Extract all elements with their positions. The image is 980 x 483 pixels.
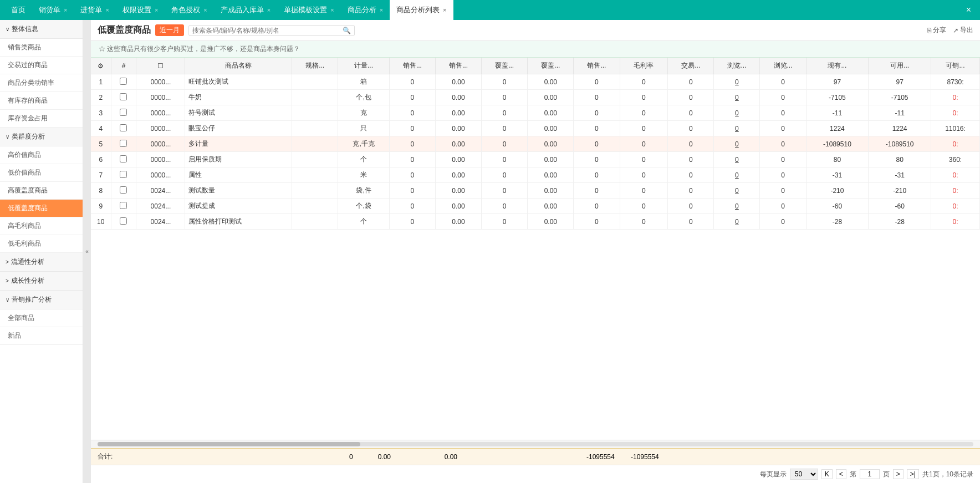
row-checkbox[interactable] <box>111 167 136 183</box>
browse1-link[interactable]: 0 <box>735 125 739 133</box>
first-page-button[interactable]: K <box>821 469 833 479</box>
nav-item-首页[interactable]: 首页 <box>4 0 32 20</box>
nav-close-icon[interactable]: × <box>380 0 383 20</box>
col-header-14[interactable]: 浏览... <box>760 58 806 74</box>
col-header-6[interactable]: 销售... <box>389 58 435 74</box>
col-header-0[interactable]: ⚙ <box>91 58 111 74</box>
sidebar-item-库存资金占用[interactable]: 库存资金占用 <box>0 110 83 128</box>
nav-item-商品分析[interactable]: 商品分析× <box>341 0 390 20</box>
browse1-link[interactable]: 0 <box>735 171 739 179</box>
nav-item-商品分析列表[interactable]: 商品分析列表× <box>390 0 453 20</box>
row-select-checkbox[interactable] <box>120 155 127 162</box>
nav-close-icon[interactable]: × <box>267 0 270 20</box>
col-header-9[interactable]: 覆盖... <box>528 58 574 74</box>
browse1-link[interactable]: 0 <box>735 202 739 210</box>
sidebar-item-高覆盖度商品[interactable]: 高覆盖度商品 <box>0 182 83 200</box>
nav-close-icon[interactable]: × <box>64 0 67 20</box>
col-header-4[interactable]: 规格... <box>292 58 338 74</box>
col-header-7[interactable]: 销售... <box>435 58 481 74</box>
browse1-link[interactable]: 0 <box>735 140 739 148</box>
row-select-checkbox[interactable] <box>120 140 127 147</box>
search-icon[interactable]: 🔍 <box>343 27 351 34</box>
sidebar-item-商品分类动销率[interactable]: 商品分类动销率 <box>0 74 83 92</box>
nav-item-角色授权[interactable]: 角色授权× <box>165 0 213 20</box>
sidebar-item-低毛利商品[interactable]: 低毛利商品 <box>0 235 83 253</box>
row-checkbox[interactable] <box>111 214 136 230</box>
browse1-link[interactable]: 0 <box>735 78 739 86</box>
window-close-button[interactable]: × <box>962 5 976 15</box>
col-header-17[interactable]: 可销... <box>931 58 979 74</box>
sidebar-section-流通性分析[interactable]: >流通性分析 <box>0 253 83 272</box>
row-checkbox[interactable] <box>111 136 136 152</box>
row-select-checkbox[interactable] <box>120 186 127 194</box>
sidebar-section-类群度分析[interactable]: ∨类群度分析 <box>0 128 83 146</box>
data-table-container[interactable]: ⚙#☐商品名称规格...计量...销售...销售...覆盖...覆盖...销售.… <box>91 58 980 440</box>
sidebar-section-营销推广分析[interactable]: ∨营销推广分析 <box>0 291 83 309</box>
sidebar-item-销售类商品[interactable]: 销售类商品 <box>0 39 83 57</box>
col-header-10[interactable]: 销售... <box>574 58 620 74</box>
col-header-2[interactable]: ☐ <box>136 58 185 74</box>
col-header-15[interactable]: 现有... <box>806 58 869 74</box>
col-header-16[interactable]: 可用... <box>869 58 931 74</box>
sidebar-item-全部商品[interactable]: 全部商品 <box>0 309 83 327</box>
sidebar-item-低价值商品[interactable]: 低价值商品 <box>0 164 83 182</box>
nav-close-icon[interactable]: × <box>105 0 109 20</box>
sidebar-section-整体信息[interactable]: ∨整体信息 <box>0 20 83 39</box>
row-checkbox[interactable] <box>111 121 136 136</box>
row-select-checkbox[interactable] <box>120 78 127 85</box>
search-input[interactable] <box>192 27 343 34</box>
row-browse1[interactable]: 0 <box>714 214 760 230</box>
col-header-checkbox[interactable]: ☐ <box>157 62 164 70</box>
page-size-select[interactable]: 50 100 200 <box>790 469 818 480</box>
col-header-12[interactable]: 交易... <box>668 58 714 74</box>
scrollbar-thumb[interactable] <box>98 442 360 446</box>
nav-close-icon[interactable]: × <box>443 0 446 20</box>
nav-item-单据模板设置[interactable]: 单据模板设置× <box>277 0 340 20</box>
col-header-1[interactable]: # <box>111 58 136 74</box>
sidebar-item-高价值商品[interactable]: 高价值商品 <box>0 146 83 164</box>
page-number-input[interactable] <box>860 469 880 479</box>
row-browse1[interactable]: 0 <box>714 152 760 167</box>
col-header-3[interactable]: 商品名称 <box>185 58 292 74</box>
browse1-link[interactable]: 0 <box>735 94 739 101</box>
col-header-11[interactable]: 毛利率 <box>620 58 668 74</box>
browse1-link[interactable]: 0 <box>735 218 739 226</box>
row-select-checkbox[interactable] <box>120 217 127 225</box>
settings-icon[interactable]: ⚙ <box>98 62 104 70</box>
row-checkbox[interactable] <box>111 105 136 121</box>
period-button[interactable]: 近一月 <box>155 24 184 36</box>
sidebar-item-交易过的商品[interactable]: 交易过的商品 <box>0 57 83 74</box>
browse1-link[interactable]: 0 <box>735 156 739 164</box>
col-header-13[interactable]: 浏览... <box>714 58 760 74</box>
horizontal-scrollbar[interactable] <box>91 440 980 448</box>
row-browse1[interactable]: 0 <box>714 183 760 199</box>
export-button[interactable]: ↗ 导出 <box>953 26 973 35</box>
nav-close-icon[interactable]: × <box>155 0 158 20</box>
nav-close-icon[interactable]: × <box>330 0 334 20</box>
row-select-checkbox[interactable] <box>120 109 127 116</box>
nav-close-icon[interactable]: × <box>203 0 207 20</box>
sidebar-item-有库存的商品[interactable]: 有库存的商品 <box>0 92 83 110</box>
nav-item-销货单[interactable]: 销货单× <box>32 0 74 20</box>
row-browse1[interactable]: 0 <box>714 199 760 214</box>
row-checkbox[interactable] <box>111 199 136 214</box>
share-button[interactable]: ⎘ 分享 <box>927 26 946 35</box>
nav-item-权限设置[interactable]: 权限设置× <box>116 0 165 20</box>
nav-item-产成品入库单[interactable]: 产成品入库单× <box>214 0 277 20</box>
row-checkbox[interactable] <box>111 152 136 167</box>
row-select-checkbox[interactable] <box>120 124 127 131</box>
browse1-link[interactable]: 0 <box>735 187 739 195</box>
sidebar-item-新品[interactable]: 新品 <box>0 327 83 345</box>
sidebar-section-成长性分析[interactable]: >成长性分析 <box>0 272 83 291</box>
row-browse1[interactable]: 0 <box>714 105 760 121</box>
row-browse1[interactable]: 0 <box>714 121 760 136</box>
nav-item-进货单[interactable]: 进货单× <box>74 0 115 20</box>
next-page-button[interactable]: > <box>893 469 904 479</box>
row-browse1[interactable]: 0 <box>714 74 760 90</box>
row-checkbox[interactable] <box>111 74 136 90</box>
row-checkbox[interactable] <box>111 183 136 199</box>
browse1-link[interactable]: 0 <box>735 109 739 117</box>
row-select-checkbox[interactable] <box>120 93 127 100</box>
prev-page-button[interactable]: < <box>836 469 846 479</box>
row-checkbox[interactable] <box>111 90 136 105</box>
